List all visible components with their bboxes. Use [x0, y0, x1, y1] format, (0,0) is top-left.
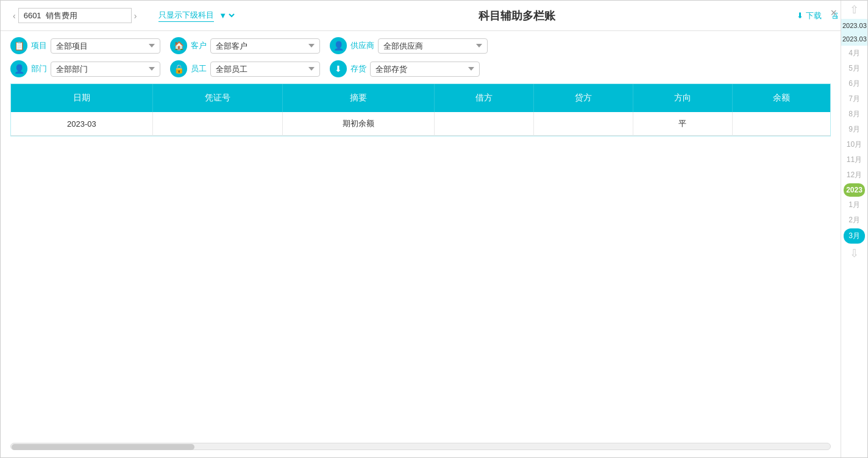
timeline-item-2023-03-2[interactable]: 2023.03: [841, 32, 867, 46]
inventory-icon: ⬇: [330, 60, 347, 77]
sublevel-filter-label[interactable]: 只显示下级科目: [158, 10, 214, 22]
supplier-select[interactable]: 全部供应商: [378, 38, 488, 54]
download-icon: ⬇: [797, 11, 803, 20]
prev-account-button[interactable]: ‹: [10, 10, 18, 22]
main-window: × ‹ › 只显示下级科目 ▼ 科目辅助多栏账 ⬇ 下载 🖨 打印: [0, 0, 868, 458]
cell-credit: [534, 112, 633, 136]
timeline-month-8[interactable]: 8月: [841, 107, 867, 122]
customer-select[interactable]: 全部客户: [210, 38, 320, 54]
col-credit: 贷方: [534, 84, 633, 112]
project-select[interactable]: 全部项目: [51, 38, 160, 54]
timeline-down-arrow[interactable]: ⇩: [847, 244, 861, 262]
col-balance: 余额: [732, 84, 830, 112]
department-label: 部门: [31, 63, 47, 74]
supplier-filter: 👤 供应商 全部供应商: [330, 37, 488, 54]
timeline-month-10[interactable]: 10月: [841, 137, 867, 152]
timeline-month-6[interactable]: 6月: [841, 76, 867, 91]
employee-filter: 🔒 员工 全部员工: [170, 60, 320, 77]
col-debit: 借方: [435, 84, 534, 112]
next-account-button[interactable]: ›: [132, 10, 140, 22]
filter-row-1: 📋 项目 全部项目 🏠 客户 全部客户 👤 供应商 全部供应商: [1, 31, 867, 60]
cell-date: 2023-03: [11, 112, 152, 136]
col-date: 日期: [11, 84, 152, 112]
customer-label: 客户: [191, 40, 207, 51]
timeline-year-2023[interactable]: 2023: [844, 183, 865, 197]
department-filter: 👤 部门 全部部门: [10, 60, 160, 77]
cell-debit: [435, 112, 534, 136]
project-filter: 📋 项目 全部项目: [10, 37, 160, 54]
department-icon: 👤: [10, 60, 27, 77]
timeline-month-3-active[interactable]: 3月: [844, 228, 865, 244]
inventory-filter: ⬇ 存货 全部存货: [330, 60, 480, 77]
inventory-label: 存货: [350, 63, 366, 74]
project-icon: 📋: [10, 37, 27, 54]
timeline-item-2023-03-1[interactable]: 2023.03: [841, 19, 867, 32]
col-summary: 摘要: [283, 84, 435, 112]
timeline-up-arrow[interactable]: ⇧: [847, 1, 861, 19]
col-direction: 方向: [633, 84, 732, 112]
employee-label: 员工: [191, 63, 207, 74]
timeline-month-12[interactable]: 12月: [841, 167, 867, 183]
timeline-month-4[interactable]: 4月: [841, 46, 867, 61]
timeline-month-1[interactable]: 1月: [841, 197, 867, 213]
cell-balance: [732, 112, 830, 136]
col-voucher: 凭证号: [152, 84, 282, 112]
employee-icon: 🔒: [170, 60, 187, 77]
cell-summary: 期初余额: [283, 112, 435, 136]
timeline-month-9[interactable]: 9月: [841, 122, 867, 137]
supplier-icon: 👤: [330, 37, 347, 54]
filter-row-2: 👤 部门 全部部门 🔒 员工 全部员工 ⬇ 存货 全部存货: [1, 60, 867, 83]
table-header-row: 日期 凭证号 摘要 借方 贷方 方向 余额: [11, 84, 830, 112]
cell-voucher: [152, 112, 282, 136]
timeline-month-7[interactable]: 7月: [841, 91, 867, 107]
timeline-month-5[interactable]: 5月: [841, 61, 867, 76]
cell-direction: 平: [633, 112, 732, 136]
customer-filter: 🏠 客户 全部客户: [170, 37, 320, 54]
download-button[interactable]: ⬇ 下载: [797, 10, 822, 21]
project-label: 项目: [31, 40, 47, 51]
timeline-month-11[interactable]: 11月: [841, 152, 867, 167]
account-code-input[interactable]: [18, 8, 132, 23]
scrollbar-thumb: [12, 444, 194, 450]
customer-icon: 🏠: [170, 37, 187, 54]
employee-select[interactable]: 全部员工: [210, 62, 320, 77]
ledger-table: 日期 凭证号 摘要 借方 贷方 方向 余额 2023-03 期初余额: [11, 84, 830, 136]
header: ‹ › 只显示下级科目 ▼ 科目辅助多栏账 ⬇ 下载 🖨 打印: [1, 1, 867, 31]
table-row: 2023-03 期初余额 平: [11, 112, 830, 136]
horizontal-scrollbar[interactable]: [10, 443, 831, 450]
sublevel-filter-select[interactable]: ▼: [216, 10, 237, 21]
timeline-month-2[interactable]: 2月: [841, 213, 867, 228]
close-button[interactable]: ×: [830, 7, 837, 19]
page-title: 科目辅助多栏账: [237, 9, 797, 23]
timeline-panel: ⇧ 2023.03 2023.03 4月 5月 6月 7月 8月 9月 10月 …: [841, 1, 867, 457]
ledger-table-container: 日期 凭证号 摘要 借方 贷方 方向 余额 2023-03 期初余额: [10, 83, 831, 136]
department-select[interactable]: 全部部门: [51, 62, 160, 77]
supplier-label: 供应商: [350, 40, 374, 51]
inventory-select[interactable]: 全部存货: [370, 62, 480, 77]
